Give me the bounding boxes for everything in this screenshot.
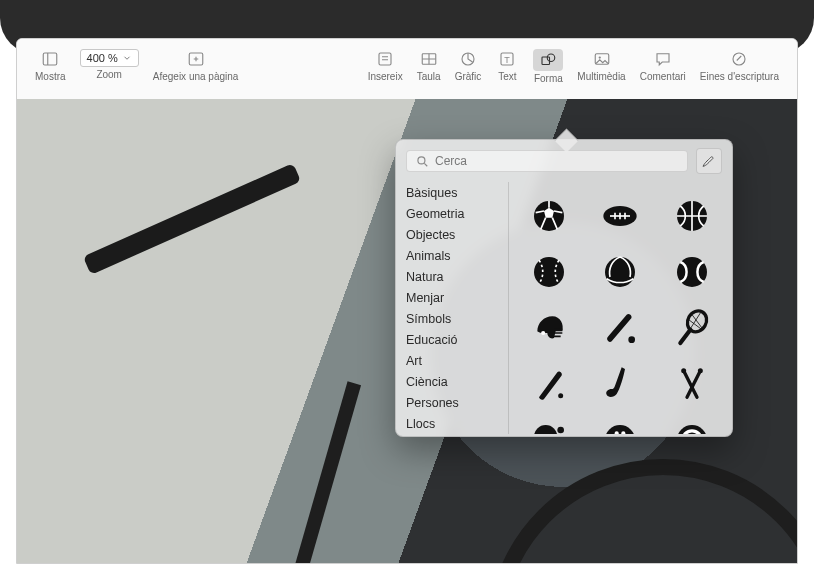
zoom-pill[interactable]: 400 % [80, 49, 139, 67]
writing-tools-button[interactable]: Eines d'escriptura [696, 49, 783, 82]
ski-poles-shape[interactable] [668, 360, 716, 408]
pen-icon [701, 153, 717, 169]
insert-icon [373, 49, 397, 69]
shape-category-persones[interactable]: Persones [396, 392, 508, 413]
comment-button[interactable]: Comentari [636, 49, 690, 82]
add-page-button[interactable]: Afegeix una pàgina [149, 49, 243, 82]
chevron-down-icon [122, 53, 132, 63]
comment-icon [651, 49, 675, 69]
view-button[interactable]: Mostra [31, 49, 70, 82]
table-label: Taula [417, 71, 441, 82]
table-button[interactable]: Taula [413, 49, 445, 82]
chart-button[interactable]: Gràfic [451, 49, 486, 82]
baseball-bat-shape[interactable] [596, 304, 644, 352]
shape-grid[interactable] [509, 182, 732, 434]
shape-category-objectes[interactable]: Objectes [396, 224, 508, 245]
target-shape[interactable] [668, 416, 716, 434]
soccer-ball-shape[interactable] [525, 192, 573, 240]
volleyball-shape[interactable] [596, 248, 644, 296]
shape-category-ciència[interactable]: Ciència [396, 371, 508, 392]
insert-label: Insereix [368, 71, 403, 82]
draw-shape-button[interactable] [696, 148, 722, 174]
plus-page-icon [184, 49, 208, 69]
american-football-shape[interactable] [596, 192, 644, 240]
cricket-bat-shape[interactable] [525, 360, 573, 408]
shape-category-llocs[interactable]: Llocs [396, 413, 508, 434]
tennis-ball-shape[interactable] [668, 248, 716, 296]
zoom-label: Zoom [96, 69, 122, 80]
text-button[interactable]: Text [491, 49, 523, 82]
shape-category-animals[interactable]: Animals [396, 245, 508, 266]
photo-fork [287, 381, 361, 564]
text-icon [495, 49, 519, 69]
zoom-value: 400 % [87, 52, 118, 64]
media-button[interactable]: Multimèdia [573, 49, 629, 82]
basketball-shape[interactable] [668, 192, 716, 240]
writing-tools-icon [727, 49, 751, 69]
media-icon [590, 49, 614, 69]
pingpong-paddle-shape[interactable] [525, 416, 573, 434]
search-placeholder: Cerca [435, 154, 467, 168]
shape-icon [533, 49, 563, 71]
shape-label: Forma [534, 73, 563, 84]
football-helmet-shape[interactable] [525, 304, 573, 352]
shape-category-símbols[interactable]: Símbols [396, 308, 508, 329]
insert-button[interactable]: Insereix [364, 49, 407, 82]
shape-button[interactable]: Forma [529, 49, 567, 84]
add-page-label: Afegeix una pàgina [153, 71, 239, 82]
shape-category-bàsiques[interactable]: Bàsiques [396, 182, 508, 203]
shape-category-menjar[interactable]: Menjar [396, 287, 508, 308]
view-label: Mostra [35, 71, 66, 82]
zoom-button[interactable]: 400 % Zoom [76, 49, 143, 80]
bowling-ball-shape[interactable] [596, 416, 644, 434]
shapes-search-input[interactable]: Cerca [406, 150, 688, 172]
photo-handlebar [83, 163, 301, 275]
chart-label: Gràfic [455, 71, 482, 82]
shape-category-art[interactable]: Art [396, 350, 508, 371]
media-label: Multimèdia [577, 71, 625, 82]
hockey-stick-shape[interactable] [596, 360, 644, 408]
shape-category-geometria[interactable]: Geometria [396, 203, 508, 224]
shapes-popover: Cerca BàsiquesGeometriaObjectesAnimalsNa… [395, 139, 733, 437]
chart-icon [456, 49, 480, 69]
comment-label: Comentari [640, 71, 686, 82]
shape-category-list[interactable]: BàsiquesGeometriaObjectesAnimalsNaturaMe… [396, 182, 509, 434]
photo-wheel [487, 459, 798, 564]
baseball-shape[interactable] [525, 248, 573, 296]
tennis-racket-shape[interactable] [668, 304, 716, 352]
text-label: Text [498, 71, 516, 82]
shape-category-natura[interactable]: Natura [396, 266, 508, 287]
sidebar-icon [38, 49, 62, 69]
table-icon [417, 49, 441, 69]
search-icon [415, 154, 429, 168]
app-window: Mostra 400 % Zoom Afegeix una pàgina Ins… [16, 38, 798, 564]
shape-category-educació[interactable]: Educació [396, 329, 508, 350]
writing-tools-label: Eines d'escriptura [700, 71, 779, 82]
